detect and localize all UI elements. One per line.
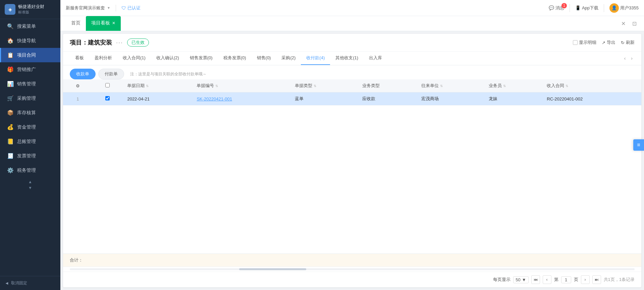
purchase-icon: 🛒 (7, 95, 14, 101)
search-icon: 🔍 (7, 23, 14, 29)
cell-number-link[interactable]: SK-20220421-001 (197, 96, 232, 101)
show-detail-label: 显示明细 (579, 40, 596, 46)
sub-tab-profit[interactable]: 盈利分析 (89, 52, 117, 65)
float-action-button[interactable]: ≡ (633, 139, 644, 151)
per-page-select[interactable]: 50 ▼ (513, 276, 528, 283)
sub-tab-purchase[interactable]: 采购(2) (276, 52, 301, 65)
th-partner[interactable]: 往来单位 ⇅ (417, 79, 484, 92)
app-download-label: App下载 (582, 5, 598, 11)
th-type[interactable]: 单据类型 ⇅ (290, 79, 358, 92)
sidebar-item-ledger[interactable]: 📒 总账管理 (0, 134, 60, 149)
sub-tabs-prev-button[interactable]: ‹ (622, 55, 628, 62)
sidebar-scroll-down[interactable]: ▼ (28, 185, 33, 191)
project-more-button[interactable]: ··· (116, 39, 123, 46)
select-all-checkbox[interactable] (105, 83, 110, 87)
page-word: 第 (554, 277, 558, 283)
show-detail-checkbox-label[interactable]: 显示明细 (573, 40, 596, 46)
message-button[interactable]: 💬 消息 1 (549, 5, 564, 11)
inner-tab-payment[interactable]: 付款单 (98, 69, 124, 79)
sub-tab-inout[interactable]: 出入库 (364, 52, 387, 65)
tab-maximize-button[interactable]: ⊡ (630, 20, 639, 27)
export-label: 导出 (607, 40, 615, 46)
sidebar-scroll-up[interactable]: ▲ (28, 179, 33, 185)
sub-tab-other-expense[interactable]: 其他收支(1) (330, 52, 364, 65)
account-selector[interactable]: 新服务官网演示账套 ▼ (66, 5, 110, 11)
sub-tab-sales[interactable]: 销售(0) (252, 52, 276, 65)
th-income-contract[interactable]: 收入合同 ⇅ (542, 79, 641, 92)
sidebar-item-purchase[interactable]: 🛒 采购管理 (0, 91, 60, 105)
horizontal-scrollbar[interactable] (70, 268, 635, 270)
tab-project-board[interactable]: 项目看板 ✕ (86, 16, 121, 31)
app-logo-text: 畅捷通好业财 标准版 (18, 4, 44, 15)
sidebar-unpin-button[interactable]: ◄ 取消固定 (0, 276, 60, 290)
project-status-badge: 已生效 (127, 39, 149, 47)
message-badge: 1 (561, 3, 567, 8)
tabs-right-controls: ✕ ⊡ (619, 20, 639, 27)
refresh-button[interactable]: ↻ 刷新 (621, 40, 635, 46)
th-number[interactable]: 单据编号 ⇅ (192, 79, 290, 92)
row-checkbox[interactable] (105, 96, 110, 100)
topbar: 新服务官网演示账套 ▼ 🛡 已认证 💬 消息 1 📱 App下载 👤 用户335… (60, 0, 644, 16)
pagination: 每页显示 50 ▼ ⏮ ‹ 第 1 页 › ⏭ 共1页，1条记录 (63, 272, 641, 287)
tab-home-label: 首页 (71, 20, 80, 26)
ledger-icon: 📒 (7, 138, 14, 145)
table-area: ⚙ 单据日期 ⇅ 单据编号 (63, 79, 641, 253)
sidebar-item-search[interactable]: 🔍 搜索菜单 (0, 19, 60, 33)
sidebar-item-sales[interactable]: 📊 销售管理 (0, 77, 60, 91)
next-page-button[interactable]: › (581, 275, 590, 284)
sub-tabs-next-button[interactable]: › (629, 55, 635, 62)
total-label: 合计： (70, 257, 83, 263)
sub-tab-tax-invoice[interactable]: 税务发票(0) (218, 52, 252, 65)
cell-rownum: 1 (63, 92, 93, 105)
cell-checkbox[interactable] (93, 92, 123, 105)
tab-close-icon[interactable]: ✕ (112, 21, 115, 25)
export-button[interactable]: ↗ 导出 (602, 40, 615, 46)
sidebar-item-inventory[interactable]: 📦 库存核算 (0, 105, 60, 120)
th-biz-type: 业务类型 (358, 79, 416, 92)
cell-number[interactable]: SK-20220421-001 (192, 92, 290, 105)
project-actions: 显示明细 ↗ 导出 ↻ 刷新 (573, 40, 635, 46)
inner-tab-note: 注：这里是与项目关联的全部收付款单哦～ (130, 71, 207, 77)
cell-partner: 宏茂商场 (417, 92, 484, 105)
th-salesperson[interactable]: 业务员 ⇅ (484, 79, 542, 92)
app-download-button[interactable]: 📱 App下载 (575, 5, 598, 11)
sidebar-logo: ◈ 畅捷通好业财 标准版 (0, 0, 60, 19)
topbar-divider-1 (116, 5, 116, 11)
total-info: 共1页，1条记录 (604, 277, 635, 283)
th-checkbox[interactable] (93, 79, 123, 92)
first-page-button[interactable]: ⏮ (531, 275, 540, 284)
table-row[interactable]: 1 2022-04-21 SK-20220421-001 蓝单 应收款 宏茂商场… (63, 92, 641, 105)
prev-page-button[interactable]: ‹ (543, 275, 551, 284)
sidebar-item-capital[interactable]: 💰 资金管理 (0, 120, 60, 134)
inner-tab-receipt[interactable]: 收款单 (70, 69, 96, 79)
tab-home[interactable]: 首页 (66, 16, 86, 31)
sub-tab-income-confirm[interactable]: 收入确认(2) (151, 52, 184, 65)
account-dropdown-icon: ▼ (107, 6, 110, 10)
show-detail-checkbox[interactable] (573, 40, 578, 45)
th-settings[interactable]: ⚙ (63, 79, 93, 92)
topbar-divider-3 (604, 4, 604, 12)
settings-icon[interactable]: ⚙ (76, 83, 80, 88)
th-date[interactable]: 单据日期 ⇅ (122, 79, 192, 92)
sort-contract-icon: ⇅ (566, 84, 568, 88)
cell-salesperson: 龙妹 (484, 92, 542, 105)
current-page-input[interactable]: 1 (561, 276, 571, 283)
sidebar-item-project[interactable]: 📋 项目合同 (0, 48, 60, 62)
last-page-button[interactable]: ⏭ (592, 275, 601, 284)
main-area: 新服务官网演示账套 ▼ 🛡 已认证 💬 消息 1 📱 App下载 👤 用户335… (60, 0, 644, 290)
sub-tab-income-contract[interactable]: 收入合同(1) (117, 52, 151, 65)
sidebar-item-invoice[interactable]: 🧾 发票管理 (0, 149, 60, 163)
sidebar: ◈ 畅捷通好业财 标准版 🔍 搜索菜单 🏠 快捷导航 📋 项目合同 🎁 营销推广… (0, 0, 60, 290)
invoice-icon: 🧾 (7, 153, 14, 159)
sub-tab-board[interactable]: 看板 (70, 52, 89, 65)
account-name: 新服务官网演示账套 (66, 5, 105, 11)
scrollbar-thumb[interactable] (239, 268, 306, 270)
capital-icon: 💰 (7, 124, 14, 130)
sub-tab-receipts[interactable]: 收付款(4) (301, 52, 330, 65)
sub-tab-sales-invoice[interactable]: 销售发票(0) (184, 52, 218, 65)
tab-close-window-button[interactable]: ✕ (619, 20, 628, 27)
user-menu[interactable]: 👤 用户3355 (609, 3, 639, 13)
sidebar-item-tax[interactable]: ⚙️ 税务管理 (0, 163, 60, 177)
sidebar-item-marketing[interactable]: 🎁 营销推广 (0, 62, 60, 77)
sidebar-item-quicknav[interactable]: 🏠 快捷导航 (0, 33, 60, 48)
